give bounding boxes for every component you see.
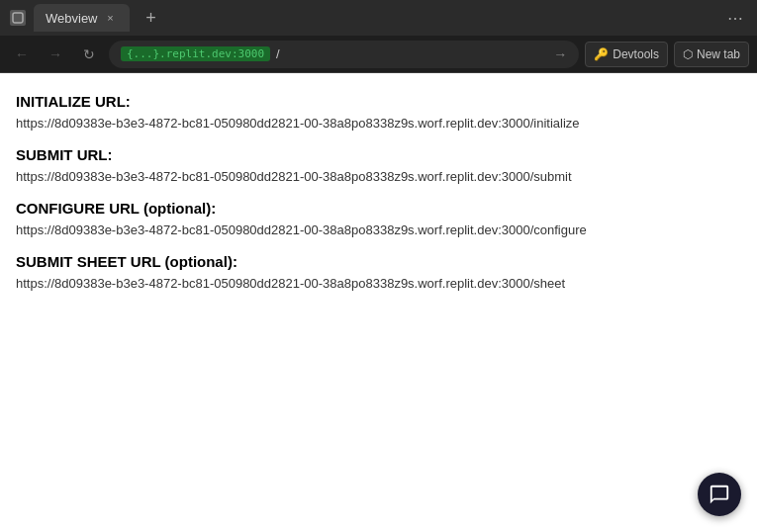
tab-label: Webview <box>46 11 98 26</box>
menu-button[interactable]: ⋯ <box>723 5 747 32</box>
section-label-submit: SUBMIT URL: <box>16 146 741 163</box>
reload-button[interactable]: ↻ <box>75 41 103 68</box>
section-url-submit: https://8d09383e-b3e3-4872-bc81-050980dd… <box>16 169 741 184</box>
back-button[interactable]: ← <box>8 41 36 68</box>
new-tab-link-button[interactable]: ⬡ New tab <box>674 42 749 67</box>
chat-icon <box>709 484 730 505</box>
tab-close-button[interactable]: × <box>104 11 118 25</box>
section-url-configure: https://8d09383e-b3e3-4872-bc81-050980dd… <box>16 222 741 237</box>
new-tab-button[interactable]: + <box>138 4 165 32</box>
section-label-sheet: SUBMIT SHEET URL (optional): <box>16 253 741 270</box>
section-label-configure: CONFIGURE URL (optional): <box>16 200 741 217</box>
webview-tab[interactable]: Webview × <box>34 4 130 32</box>
address-bar[interactable]: {...}.replit.dev:3000 / → <box>109 41 579 68</box>
chat-bubble-button[interactable] <box>698 473 741 516</box>
nav-bar: ← → ↻ {...}.replit.dev:3000 / → 🔑 Devtoo… <box>0 36 757 73</box>
address-go-button[interactable]: → <box>553 46 567 62</box>
forward-button[interactable]: → <box>42 41 69 68</box>
devtools-icon: 🔑 <box>594 47 609 61</box>
address-badge: {...}.replit.dev:3000 <box>121 46 270 61</box>
new-tab-link-label: New tab <box>697 47 740 61</box>
new-tab-link-icon: ⬡ <box>683 47 693 61</box>
section-url-initialize: https://8d09383e-b3e3-4872-bc81-050980dd… <box>16 116 741 131</box>
section-url-sheet: https://8d09383e-b3e3-4872-bc81-050980dd… <box>16 276 741 291</box>
content-area: INITIALIZE URL:https://8d09383e-b3e3-487… <box>0 73 757 532</box>
title-bar: Webview × + ⋯ <box>0 0 757 36</box>
devtools-button[interactable]: 🔑 Devtools <box>585 42 668 67</box>
address-path: / <box>276 46 280 61</box>
devtools-label: Devtools <box>613 47 659 61</box>
app-icon <box>10 10 26 26</box>
section-label-initialize: INITIALIZE URL: <box>16 93 741 110</box>
svg-rect-0 <box>13 13 23 23</box>
